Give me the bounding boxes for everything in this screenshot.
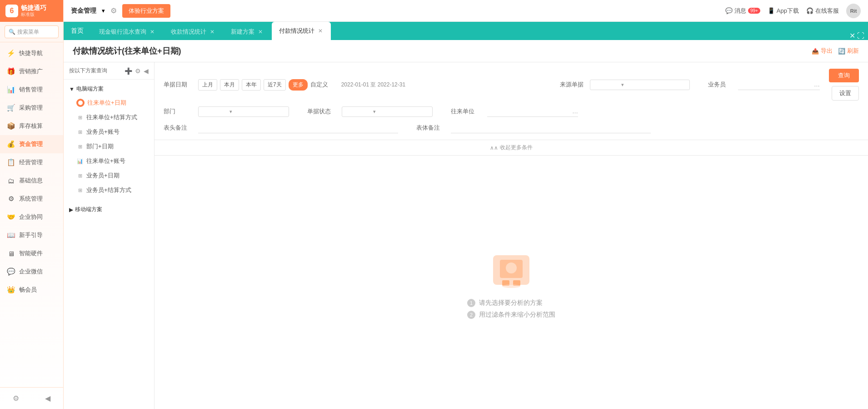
sidebar-collapse-btn[interactable]: ◀ (40, 391, 55, 405)
dept-select[interactable]: ▾ (198, 106, 289, 117)
tab-home[interactable]: 首页 (64, 22, 91, 40)
user-avatar[interactable]: Rit (846, 4, 861, 18)
svg-point-5 (502, 284, 520, 288)
sidebar-item-member[interactable]: 👑 畅会员 (0, 281, 63, 299)
plan-item-label: 业务员+结算方式 (86, 186, 131, 194)
sidebar-item-enterprise[interactable]: 🤝 企业协同 (0, 208, 63, 226)
message-action[interactable]: 💬 消息 99+ (725, 7, 760, 15)
sidebar-item-quick-nav[interactable]: ⚡ 快捷导航 (0, 44, 63, 62)
dept-label: 部门 (164, 107, 189, 116)
hint-text-1: 请先选择要分析的方案 (479, 299, 543, 307)
salesman-more-icon[interactable]: … (814, 81, 820, 88)
search-icon: 🔍 (9, 29, 15, 35)
refresh-icon: 🔄 (838, 48, 845, 55)
sidebar-item-label: 畅会员 (19, 286, 37, 294)
status-label: 单据状态 (307, 107, 333, 116)
logo-name: 畅捷通巧 (21, 4, 46, 12)
trial-btn[interactable]: 体验行业方案 (122, 4, 170, 18)
plan-item-salesman-settle[interactable]: ⊞ 业务员+结算方式 (64, 183, 154, 197)
mobile-group-title[interactable]: ▶ 移动端方案 (64, 203, 154, 216)
finance-icon: 💰 (6, 140, 15, 149)
sidebar-item-basics[interactable]: 🗂 基础信息 (0, 172, 63, 190)
body-note-input[interactable] (451, 122, 651, 133)
counterpart-more-icon[interactable]: … (572, 108, 578, 115)
plan-item-counterpart-date[interactable]: 往来单位+日期 (64, 96, 154, 110)
plan-item-salesman-account[interactable]: ⊞ 业务员+账号 (64, 125, 154, 139)
date-btn-more[interactable]: 更多 (289, 79, 308, 91)
system-icon: ⚙ (6, 194, 15, 203)
mobile-group-arrow: ▶ (69, 207, 73, 213)
message-label: 消息 (734, 7, 746, 15)
left-panel-header: 按以下方案查询 ➕ ⚙ ◀ (64, 62, 154, 80)
tab-bank-flow-close[interactable]: ✕ (149, 29, 155, 35)
date-btn-last-month[interactable]: 上月 (198, 79, 217, 91)
topbar-settings-icon[interactable]: ⚙ (110, 6, 117, 15)
status-arrow-icon: ▾ (373, 109, 376, 115)
date-btn-this-year[interactable]: 本年 (242, 79, 261, 91)
tab-receipt-stats[interactable]: 收款情况统计 ✕ (164, 24, 223, 40)
salesman-label: 业务员 (708, 81, 733, 89)
left-panel: 按以下方案查询 ➕ ⚙ ◀ ▼ 电脑端方案 (64, 62, 155, 409)
message-badge: 99+ (748, 8, 760, 14)
content-area: 付款情况统计(往来单位+日期) 📤 导出 🔄 刷新 (64, 40, 868, 409)
sidebar-item-operations[interactable]: 📋 经营管理 (0, 153, 63, 172)
sidebar-item-finance[interactable]: 💰 资金管理 (0, 135, 63, 153)
settings-button[interactable]: 设置 (832, 86, 859, 101)
page-header-actions: 📤 导出 🔄 刷新 (812, 47, 859, 55)
sidebar-item-guide[interactable]: 📖 新手引导 (0, 226, 63, 244)
topbar: 资金管理 ▾ ⚙ 体验行业方案 💬 消息 99+ 📱 App下载 🎧 (64, 0, 868, 22)
weixin-icon: 💬 (6, 267, 15, 276)
header-note-input[interactable] (198, 122, 398, 133)
empty-state: 1 请先选择要分析的方案 2 用过滤条件来缩小分析范围 (155, 156, 868, 409)
collapse-bar[interactable]: ∧∧ 收起更多条件 (155, 140, 868, 156)
app-download-action[interactable]: 📱 App下载 (768, 7, 799, 15)
sidebar-search[interactable]: 🔍 搜索菜单 (0, 22, 63, 42)
tab-expand-icon[interactable]: ⛶ (857, 32, 864, 40)
sidebar-item-label: 企业微信 (19, 268, 43, 276)
tab-new-plan[interactable]: 新建方案 ✕ (224, 24, 271, 40)
add-plan-icon[interactable]: ➕ (125, 67, 132, 75)
sidebar-item-hardware[interactable]: 🖥 智能硬件 (0, 244, 63, 263)
settings-plan-icon[interactable]: ⚙ (135, 67, 141, 75)
date-btn-7days[interactable]: 近7天 (264, 79, 286, 91)
service-action[interactable]: 🎧 在线客服 (806, 7, 839, 15)
filter-actions: 查询 设置 (829, 69, 859, 101)
tab-bank-flow[interactable]: 现金银行流水查询 ✕ (92, 24, 163, 40)
tab-payment-stats[interactable]: 付款情况统计 ✕ (272, 22, 331, 40)
plan-item-counterpart-account[interactable]: 📊 往来单位+账号 (64, 154, 154, 168)
topbar-dropdown-icon: ▾ (102, 7, 105, 14)
tab-bank-flow-label: 现金银行流水查询 (99, 28, 146, 36)
collapse-panel-icon[interactable]: ◀ (144, 67, 149, 75)
tab-close-all-icon[interactable]: ✕ (849, 31, 855, 40)
sidebar-item-label: 经营管理 (19, 158, 43, 167)
sidebar: 6 畅捷通巧 标准版 🔍 搜索菜单 ⚡ 快捷导航 🎁 营销推广 📊 (0, 0, 64, 409)
sidebar-item-marketing[interactable]: 🎁 营销推广 (0, 62, 63, 81)
date-btn-this-month[interactable]: 本月 (220, 79, 239, 91)
plan-item-grid-icon: ⊞ (76, 128, 84, 136)
plan-item-salesman-date[interactable]: ⊞ 业务员+日期 (64, 168, 154, 183)
query-button[interactable]: 查询 (829, 69, 859, 82)
plan-item-dept-date[interactable]: ⊞ 部门+日期 (64, 139, 154, 154)
sidebar-item-purchase[interactable]: 🛒 采购管理 (0, 99, 63, 117)
source-select[interactable]: ▾ (590, 80, 690, 90)
tab-receipt-stats-close[interactable]: ✕ (209, 29, 215, 35)
topbar-dropdown[interactable]: ▾ (102, 7, 105, 14)
tab-payment-stats-close[interactable]: ✕ (317, 28, 324, 34)
status-select[interactable]: ▾ (342, 106, 433, 117)
pc-group-title[interactable]: ▼ 电脑端方案 (64, 82, 154, 96)
body-split: 按以下方案查询 ➕ ⚙ ◀ ▼ 电脑端方案 (64, 62, 868, 409)
search-menu-button[interactable]: 🔍 搜索菜单 (5, 25, 59, 38)
sidebar-item-system[interactable]: ⚙ 系统管理 (0, 190, 63, 208)
topbar-actions: 💬 消息 99+ 📱 App下载 🎧 在线客服 Rit (725, 4, 861, 18)
export-btn[interactable]: 📤 导出 (812, 47, 833, 55)
sidebar-item-label: 资金管理 (19, 140, 43, 148)
sidebar-item-weixin[interactable]: 💬 企业微信 (0, 263, 63, 281)
plan-item-grid-icon: ⊞ (76, 187, 84, 194)
sidebar-item-inventory[interactable]: 📦 库存核算 (0, 117, 63, 135)
filter-row-2: 部门 ▾ 单据状态 ▾ 往来单位 (164, 106, 859, 117)
tab-new-plan-close[interactable]: ✕ (257, 29, 264, 35)
refresh-btn[interactable]: 🔄 刷新 (838, 47, 859, 55)
sidebar-settings-btn[interactable]: ⚙ (8, 391, 24, 405)
sidebar-item-sales[interactable]: 📊 销售管理 (0, 81, 63, 99)
plan-item-counterpart-settle[interactable]: ⊞ 往来单位+结算方式 (64, 110, 154, 125)
